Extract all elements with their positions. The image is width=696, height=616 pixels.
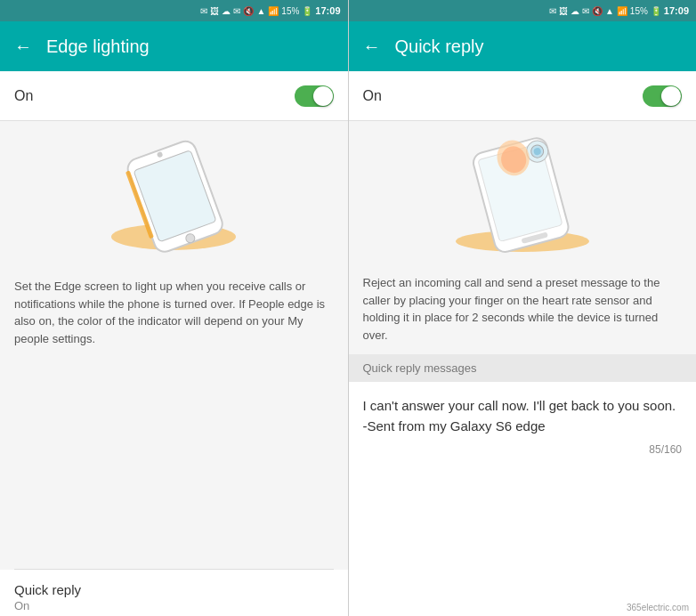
cloud-icon-r: ☁ (571, 6, 579, 16)
quick-reply-toggle[interactable] (643, 85, 682, 107)
phone-svg-left (93, 130, 254, 255)
phone-illustration-right (349, 121, 697, 263)
quick-reply-message-area[interactable]: I can't answer your call now. I'll get b… (349, 382, 697, 616)
battery-right: 15% (630, 6, 648, 16)
toggle-knob-left (313, 86, 333, 106)
status-bar-right: ✉ 🖼 ☁ ✉ 🔇 ▲ 📶 15% 🔋 17:09 (349, 0, 697, 21)
quick-reply-link-row[interactable]: Quick reply On (0, 570, 348, 616)
envelope-icon-r: ✉ (549, 6, 556, 16)
time-left: 17:09 (315, 5, 340, 16)
mute-icon: 🔇 (243, 6, 254, 16)
status-icons-right: ✉ 🖼 ☁ ✉ 🔇 ▲ 📶 15% 🔋 17:09 (549, 5, 689, 16)
quick-reply-link-title: Quick reply (14, 582, 334, 597)
mute-icon-r: 🔇 (592, 6, 603, 16)
char-count: 85/160 (363, 443, 683, 456)
quick-reply-description: Reject an incoming call and send a prese… (363, 274, 683, 344)
quick-reply-header: ← Quick reply (349, 21, 697, 71)
quick-reply-section-label: Quick reply messages (349, 354, 697, 382)
edge-lighting-toggle-label: On (14, 88, 33, 104)
quick-reply-message-text: I can't answer your call now. I'll get b… (363, 396, 683, 436)
wifi-icon: ▲ (256, 6, 265, 16)
edge-lighting-description-area: Set the Edge screen to light up when you… (0, 263, 348, 569)
quick-reply-toggle-label: On (363, 88, 382, 104)
edge-lighting-toggle[interactable] (295, 85, 334, 107)
quick-reply-link-subtitle: On (14, 599, 334, 612)
back-button-right[interactable]: ← (363, 36, 381, 57)
toggle-knob-right (661, 86, 681, 106)
signal-icon: 📶 (268, 6, 279, 16)
quick-reply-toggle-row: On (349, 71, 697, 121)
battery-icon-left: 🔋 (302, 6, 312, 16)
status-bar-left: ✉ 🖼 ☁ ✉ 🔇 ▲ 📶 15% 🔋 17:09 (0, 0, 348, 21)
status-icons-left: ✉ 🖼 ☁ ✉ 🔇 ▲ 📶 15% 🔋 17:09 (200, 5, 340, 16)
edge-lighting-header: ← Edge lighting (0, 21, 348, 71)
time-right: 17:09 (664, 5, 689, 16)
quick-reply-title: Quick reply (395, 36, 484, 57)
edge-lighting-panel: ✉ 🖼 ☁ ✉ 🔇 ▲ 📶 15% 🔋 17:09 ← Edge lightin… (0, 0, 348, 616)
msg-icon: ✉ (233, 6, 240, 16)
msg-icon-r: ✉ (582, 6, 589, 16)
signal-icon-r: 📶 (617, 6, 627, 16)
image-icon-r: 🖼 (559, 6, 568, 16)
battery-left: 15% (281, 6, 299, 16)
edge-lighting-title: Edge lighting (46, 36, 150, 57)
wifi-icon-r: ▲ (605, 6, 614, 16)
cloud-icon: ☁ (222, 6, 231, 16)
edge-lighting-description: Set the Edge screen to light up when you… (14, 278, 334, 347)
battery-icon-right: 🔋 (651, 6, 661, 16)
quick-reply-panel: ✉ 🖼 ☁ ✉ 🔇 ▲ 📶 15% 🔋 17:09 ← Quick reply … (349, 0, 697, 616)
phone-svg-right (433, 130, 611, 255)
quick-reply-description-area: Reject an incoming call and send a prese… (349, 263, 697, 354)
envelope-icon: ✉ (200, 6, 207, 16)
watermark: 365electric.com (627, 603, 689, 612)
edge-lighting-toggle-row: On (0, 71, 348, 121)
phone-illustration-left (0, 121, 348, 263)
back-button-left[interactable]: ← (14, 36, 32, 57)
image-icon: 🖼 (210, 6, 219, 16)
